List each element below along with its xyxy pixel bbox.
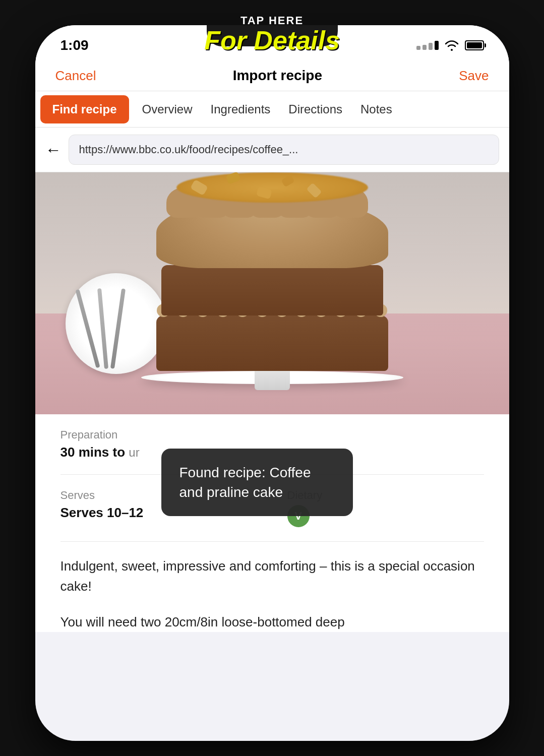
signal-icon <box>416 41 439 50</box>
tap-banner: TAP HERE For Details <box>204 14 340 53</box>
tab-ingredients[interactable]: Ingredients <box>202 95 280 123</box>
recipe-found-tooltip: Found recipe: Coffee and praline cake <box>161 449 353 516</box>
cake-bottom-layer <box>156 316 388 371</box>
page-wrapper: TAP HERE For Details 1:09 <box>0 0 544 756</box>
url-input[interactable] <box>69 135 499 165</box>
nav-bar: Cancel Import recipe Save <box>35 60 509 91</box>
recipe-description: Indulgent, sweet, impressive and comfort… <box>61 556 484 597</box>
screen: 1:09 <box>35 25 509 741</box>
tab-find-recipe[interactable]: Find recipe <box>40 95 129 123</box>
tab-directions[interactable]: Directions <box>279 95 351 123</box>
page-title: Import recipe <box>233 68 322 84</box>
recipe-instructions: You will need two 20cm/8in loose-bottome… <box>61 612 484 632</box>
wifi-icon <box>445 40 459 51</box>
tooltip-text: Found recipe: Coffee and praline cake <box>179 465 311 500</box>
cake-scene <box>35 172 509 414</box>
status-time: 1:09 <box>61 37 89 53</box>
prep-label: Preparation <box>61 428 484 442</box>
tab-overview[interactable]: Overview <box>133 95 202 123</box>
phone-frame: 1:09 <box>35 25 509 741</box>
recipe-info-section: Preparation 30 mins to ur Serves Serves … <box>35 414 509 632</box>
back-arrow-icon[interactable]: ← <box>45 141 62 159</box>
for-details-label: For Details <box>204 27 340 53</box>
battery-icon <box>465 40 484 50</box>
cake-top-layer <box>161 265 383 316</box>
cancel-button[interactable]: Cancel <box>55 68 96 84</box>
recipe-image <box>35 172 509 414</box>
url-bar-area: ← <box>35 128 509 172</box>
prep-suffix: ur <box>129 446 139 459</box>
divider-2 <box>61 541 484 542</box>
tab-bar: Find recipe Overview Ingredients Directi… <box>35 91 509 128</box>
save-button[interactable]: Save <box>459 68 489 84</box>
tab-notes[interactable]: Notes <box>351 95 401 123</box>
status-icons <box>416 40 484 51</box>
